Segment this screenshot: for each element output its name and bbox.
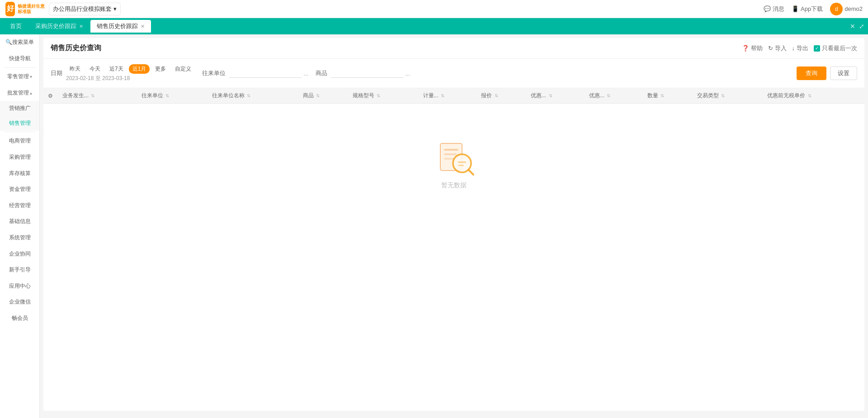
sidebar-item-app-center[interactable]: 应用中心 (0, 278, 39, 294)
chevron-down-icon: ▾ (113, 5, 117, 12)
sort-icon: ⇅ (247, 93, 250, 98)
table-header-row: ⚙ 业务发生... ⇅ 往来单位 ⇅ 往来单位名称 (43, 88, 864, 104)
sidebar-item-system[interactable]: 系统管理 (0, 230, 39, 246)
sidebar-retail-label: 零售管理 (7, 73, 29, 81)
sidebar-purchase-label: 采购管理 (9, 154, 31, 161)
sidebar-item-search[interactable]: 🔍 搜索菜单 (0, 34, 39, 51)
page-header: 销售历史价查询 ❓ 帮助 ↻ 导入 ↓ 导出 ✓ (43, 38, 864, 59)
th-trade-type[interactable]: 交易类型 ⇅ (693, 88, 763, 104)
help-action[interactable]: ❓ 帮助 (742, 44, 763, 52)
sort-icon: ⇅ (441, 93, 444, 98)
help-label: 帮助 (751, 44, 763, 52)
export-label: 导出 (797, 44, 808, 52)
sidebar-member-label: 畅会员 (12, 315, 28, 322)
th-party-name[interactable]: 往来单位名称 ⇅ (208, 88, 299, 104)
sort-icon: ⇅ (316, 93, 320, 98)
tab-purchase-history-label: 采购历史价跟踪 (35, 22, 76, 30)
sidebar-operations-label: 经营管理 (9, 202, 31, 209)
page-card: 销售历史价查询 ❓ 帮助 ↻ 导入 ↓ 导出 ✓ (43, 38, 864, 411)
date-btn-more[interactable]: 更多 (151, 64, 170, 74)
sidebar-item-sales-mgmt[interactable]: 销售管理 (0, 116, 39, 131)
th-gear: ⚙ (43, 88, 58, 104)
tab-close-all-btn[interactable]: ✕ (850, 23, 855, 30)
sidebar-item-basic-info[interactable]: 基础信息 (0, 214, 39, 230)
app-selector[interactable]: 办公用品行业模拟账套 ▾ (49, 3, 121, 15)
sidebar-wholesale-label: 批发管理 (7, 90, 29, 97)
th-discount1[interactable]: 优惠... ⇅ (526, 88, 585, 104)
message-nav-item[interactable]: 💬 消息 (764, 5, 784, 13)
tab-sales-history-close[interactable]: ✕ (141, 24, 145, 29)
th-discount2[interactable]: 优惠... ⇅ (585, 88, 643, 104)
phone-icon: 📱 (792, 5, 799, 12)
product-input-wrap: ... (331, 69, 410, 78)
setting-button[interactable]: 设置 (830, 66, 857, 80)
sidebar-item-operations[interactable]: 经营管理 (0, 198, 39, 214)
sidebar-item-member[interactable]: 畅会员 (0, 310, 39, 327)
th-biz-date-label: 业务发生... (62, 92, 89, 99)
product-input[interactable] (331, 69, 403, 78)
empty-state: 暂无数据 (43, 104, 864, 226)
gear-icon[interactable]: ⚙ (48, 93, 53, 99)
party-input[interactable] (229, 69, 302, 78)
content-area: 销售历史价查询 ❓ 帮助 ↻ 导入 ↓ 导出 ✓ (40, 34, 868, 418)
page-actions: ❓ 帮助 ↻ 导入 ↓ 导出 ✓ 只看最后一次 (742, 44, 858, 52)
th-spec[interactable]: 规格型号 ⇅ (348, 88, 419, 104)
sidebar-ecommerce-label: 电商管理 (9, 138, 31, 145)
tab-sales-history-label: 销售历史价跟踪 (97, 22, 138, 30)
import-action[interactable]: ↻ 导入 (768, 44, 787, 52)
date-btn-today[interactable]: 今天 (86, 64, 104, 74)
app-download-nav-item[interactable]: 📱 App下载 (792, 5, 823, 13)
sidebar-sales-mgmt-label: 销售管理 (9, 120, 31, 126)
query-button[interactable]: 查询 (797, 66, 826, 80)
th-quantity[interactable]: 数量 ⇅ (643, 88, 693, 104)
only-last-checkbox[interactable]: ✓ (814, 45, 820, 52)
th-pre-tax-price[interactable]: 优惠前无税单价 ⇅ (763, 88, 864, 104)
sidebar-item-guide[interactable]: 新手引导 (0, 262, 39, 278)
date-btn-7days[interactable]: 近7天 (106, 64, 127, 74)
tab-home-label: 首页 (10, 22, 22, 30)
th-party-code[interactable]: 往来单位 ⇅ (137, 88, 208, 104)
th-spec-label: 规格型号 (353, 92, 374, 99)
date-btn-custom[interactable]: 自定义 (171, 64, 195, 74)
only-last-checkbox-wrap[interactable]: ✓ 只看最后一次 (814, 44, 857, 52)
th-discount2-label: 优惠... (589, 92, 604, 99)
sidebar-item-wholesale[interactable]: 批发管理 ▴ (0, 85, 39, 101)
sidebar-inventory-label: 库存核算 (9, 170, 31, 177)
message-icon: 💬 (764, 5, 771, 12)
sidebar-item-enterprise[interactable]: 企业协同 (0, 246, 39, 262)
sidebar-item-shortcut[interactable]: 快捷导航 (0, 51, 39, 67)
sidebar-enterprise-label: 企业协同 (9, 251, 31, 258)
date-btn-1month[interactable]: 近1月 (129, 64, 150, 74)
sidebar-guide-label: 新手引导 (9, 266, 31, 274)
sidebar-item-purchase[interactable]: 采购管理 (0, 149, 39, 166)
tab-home[interactable]: 首页 (4, 20, 28, 33)
th-unit[interactable]: 计量... ⇅ (419, 88, 477, 104)
sidebar-item-inventory[interactable]: 库存核算 (0, 166, 39, 182)
sidebar-item-marketing[interactable]: 营销推广 (0, 101, 39, 116)
th-product[interactable]: 商品 ⇅ (298, 88, 348, 104)
sidebar-item-wechat[interactable]: 企业微信 (0, 294, 39, 310)
filter-bar: 日期 昨天 今天 近7天 近1月 更多 自定义 2023-02-18 至 202… (43, 59, 864, 88)
export-action[interactable]: ↓ 导出 (792, 44, 809, 52)
tab-expand-btn[interactable]: ⤢ (859, 23, 864, 30)
tab-purchase-history-close[interactable]: ✕ (79, 24, 83, 29)
sidebar-item-ecommerce[interactable]: 电商管理 (0, 133, 39, 149)
product-filter-dots[interactable]: ... (405, 70, 410, 77)
import-icon: ↻ (768, 45, 773, 52)
sort-icon: ⇅ (549, 93, 552, 98)
sidebar: 🔍 搜索菜单 快捷导航 零售管理 ▾ 批发管理 ▴ 营销推广 销售管理 电商管理… (0, 34, 40, 418)
party-filter-dots[interactable]: ... (303, 70, 308, 77)
table-wrap: ⚙ 业务发生... ⇅ 往来单位 ⇅ 往来单位名称 (43, 88, 864, 104)
date-btn-yesterday[interactable]: 昨天 (66, 64, 84, 74)
sidebar-shortcut-label: 快捷导航 (9, 55, 31, 62)
app-download-label: App下载 (801, 5, 823, 13)
tab-purchase-history[interactable]: 采购历史价跟踪 ✕ (29, 20, 90, 33)
th-quoted-price[interactable]: 报价 ⇅ (476, 88, 526, 104)
sidebar-item-finance[interactable]: 资金管理 (0, 181, 39, 198)
th-biz-date[interactable]: 业务发生... ⇅ (58, 88, 137, 104)
th-party-name-label: 往来单位名称 (212, 92, 245, 99)
user-area[interactable]: d demo2 (830, 3, 863, 15)
tab-sales-history[interactable]: 销售历史价跟踪 ✕ (90, 20, 151, 33)
date-range-display: 2023-02-18 至 2023-03-18 (66, 75, 195, 82)
sidebar-item-retail[interactable]: 零售管理 ▾ (0, 69, 39, 85)
